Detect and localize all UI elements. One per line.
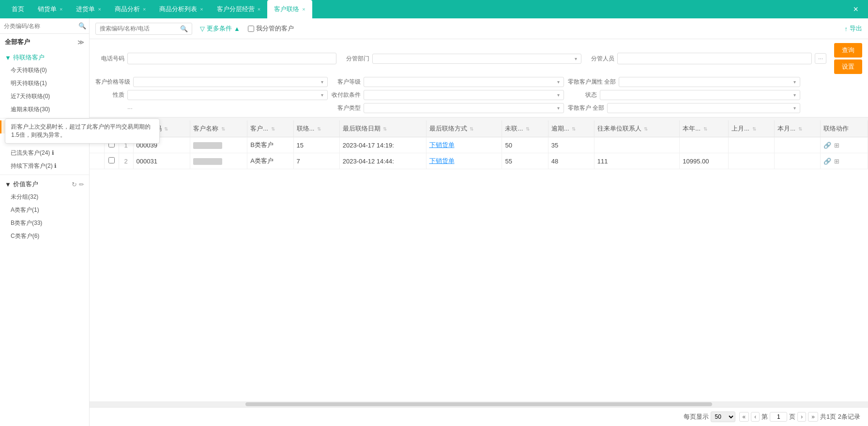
last-page-btn[interactable]: » <box>808 412 818 422</box>
customer-level-select[interactable]: ▾ <box>364 77 564 87</box>
page-number-input[interactable] <box>770 412 787 422</box>
sidebar-item-class-a[interactable]: A类客户(1) <box>0 204 89 217</box>
sidebar-item-class-c[interactable]: C类客户(6) <box>0 230 89 243</box>
filter-price-level: 客户价格等级 ▾ <box>95 77 328 87</box>
sidebar-collapse-icon[interactable]: ≫ <box>77 39 84 46</box>
retail-customer-select[interactable]: ▾ <box>607 103 800 113</box>
row-checkbox-cell <box>104 153 119 169</box>
row-this-year <box>680 137 729 153</box>
last-method-link[interactable]: 下销货单 <box>429 157 455 164</box>
sidebar-item-today[interactable]: 今天待联络(0) <box>0 64 89 77</box>
my-customers-checkbox[interactable] <box>248 26 254 32</box>
filter-ellipsis-field: ··· <box>95 104 328 112</box>
row-checkbox[interactable] <box>108 157 115 163</box>
payment-arrow-icon: ▾ <box>557 92 560 98</box>
close-sales-tab[interactable]: × <box>60 6 62 12</box>
nav-item-customer-contact[interactable]: 客户联络 × <box>267 0 312 18</box>
action-link-icon[interactable]: 🔗 <box>823 142 831 149</box>
sort-contact-icon: ⇅ <box>317 126 321 132</box>
row-gear <box>90 153 104 169</box>
price-level-arrow-icon: ▾ <box>321 79 323 85</box>
sidebar-item-overdue[interactable]: 逾期未联络(30) <box>0 103 89 116</box>
row-contact-cnt: 15 <box>293 137 339 153</box>
row-contact-cnt: 7 <box>293 153 339 169</box>
filter-customer-level: 客户等级 ▾ <box>332 77 564 87</box>
row-contact2: 111 <box>594 153 679 169</box>
filter-row-4: ··· 客户类型 ▾ 零散客户 全部 ▾ <box>95 103 862 113</box>
next-page-btn[interactable]: › <box>797 412 806 422</box>
col-last-method[interactable]: 最后联络方式 ⇅ <box>426 120 502 137</box>
table-horizontal-scrollbar[interactable] <box>90 401 868 407</box>
sidebar-item-lost[interactable]: 已流失客户(24) ℹ <box>0 147 89 160</box>
export-button[interactable]: ↑ 导出 <box>845 24 863 33</box>
sidebar-item-ungrouped[interactable]: 未分组(32) <box>0 191 89 204</box>
sidebar-item-7days[interactable]: 近7天待联络(0) <box>0 90 89 103</box>
per-page-select[interactable]: 50 100 200 <box>711 411 735 422</box>
close-purchase-tab[interactable]: × <box>98 6 101 12</box>
close-customer-tier-tab[interactable]: × <box>258 6 260 12</box>
settings-button[interactable]: 设置 <box>834 59 862 74</box>
edit-icon[interactable]: ✏ <box>79 181 84 188</box>
nav-item-analysis[interactable]: 商品分析 × <box>108 0 152 18</box>
col-name[interactable]: 客户名称 ⇅ <box>190 120 247 137</box>
customer-type-select[interactable]: ▾ <box>364 103 564 113</box>
close-analysis-tab[interactable]: × <box>143 6 146 12</box>
col-uncontacted[interactable]: 未联... ⇅ <box>502 120 548 137</box>
phone-input[interactable] <box>127 53 336 64</box>
close-analysis-list-tab[interactable]: × <box>200 6 203 12</box>
nav-item-analysis-list[interactable]: 商品分析列表 × <box>152 0 210 18</box>
close-customer-contact-tab[interactable]: × <box>302 6 305 12</box>
sidebar-search-input[interactable] <box>4 23 76 29</box>
sidebar-search-icon[interactable]: 🔍 <box>78 22 86 29</box>
status-select[interactable]: ▾ <box>600 90 800 100</box>
action-menu-icon[interactable]: ⊞ <box>834 158 839 165</box>
main-search-icon[interactable]: 🔍 <box>180 25 188 32</box>
payment-select[interactable]: ▾ <box>364 90 564 100</box>
query-button[interactable]: 查询 <box>834 43 862 58</box>
sidebar-item-tomorrow[interactable]: 明天待联络(1) <box>0 77 89 90</box>
last-method-link[interactable]: 下销货单 <box>429 141 455 148</box>
per-page-selector: 每页显示 50 100 200 <box>684 411 735 422</box>
sidebar-all-customers-header: 全部客户 ≫ <box>0 34 89 50</box>
customer-table-container: ⚙ # 客户编码 ⇅ 客户名称 ⇅ 客户... ⇅ 联络... ⇅ 最后联络日期… <box>90 120 868 401</box>
retail-customer-arrow-icon: ▾ <box>793 105 796 111</box>
col-last-month[interactable]: 上月... ⇅ <box>729 120 775 137</box>
col-this-month[interactable]: 本月... ⇅ <box>775 120 821 137</box>
nav-item-purchase[interactable]: 进货单 × <box>69 0 107 18</box>
sort-uncontact-icon: ⇅ <box>526 126 530 132</box>
dept-select[interactable]: ▾ <box>372 54 581 64</box>
row-last-date: 2023-04-12 14:44: <box>339 153 426 169</box>
person-input[interactable] <box>617 53 812 64</box>
filter-payment: 收付款条件 ▾ <box>332 90 564 100</box>
prev-page-btn[interactable]: ‹ <box>751 412 760 422</box>
sidebar-item-declining[interactable]: 持续下滑客户(2) ℹ <box>0 160 89 173</box>
nature-select[interactable]: ▾ <box>127 90 328 100</box>
first-page-btn[interactable]: « <box>739 412 749 422</box>
nav-item-customer-tier[interactable]: 客户分层经营 × <box>210 0 267 18</box>
close-all-tabs[interactable]: × <box>848 4 863 15</box>
sidebar-item-class-b[interactable]: B类客户(33) <box>0 217 89 230</box>
sidebar-content: 全部客户 ≫ ▼ 待联络客户 今天待联络(0) 明天待联络(1) 近7天待联络(… <box>0 34 89 426</box>
arrow-up-icon: ▲ <box>234 25 240 32</box>
action-link-icon[interactable]: 🔗 <box>823 158 831 165</box>
col-contact-cnt[interactable]: 联络... ⇅ <box>293 120 339 137</box>
retail-attr-select[interactable]: ▾ <box>619 77 800 87</box>
section-pending-title[interactable]: ▼ 待联络客户 <box>0 50 89 64</box>
refresh-icon[interactable]: ↻ <box>72 181 77 188</box>
all-customers-label: 全部客户 <box>5 38 30 46</box>
more-fields-icon[interactable]: ··· <box>127 104 133 112</box>
col-last-date[interactable]: 最后联络日期 ⇅ <box>339 120 426 137</box>
filter-person: 分管人员 ··· <box>585 53 826 64</box>
main-search-input[interactable] <box>100 25 177 32</box>
more-conditions-btn[interactable]: ▽ 更多条件 ▲ <box>196 22 244 35</box>
col-contact2[interactable]: 往来单位联系人 ⇅ <box>594 120 679 137</box>
person-ellipsis-btn[interactable]: ··· <box>815 53 826 64</box>
price-level-select[interactable]: ▾ <box>133 77 328 87</box>
col-this-year[interactable]: 本年... ⇅ <box>680 120 729 137</box>
nav-item-home[interactable]: 首页 <box>5 0 31 18</box>
row-code: 000031 <box>133 153 190 169</box>
col-level[interactable]: 客户... ⇅ <box>247 120 293 137</box>
nav-item-sales[interactable]: 销货单 × <box>31 0 69 18</box>
col-overdue[interactable]: 逾期... ⇅ <box>548 120 594 137</box>
action-menu-icon[interactable]: ⊞ <box>834 142 839 149</box>
